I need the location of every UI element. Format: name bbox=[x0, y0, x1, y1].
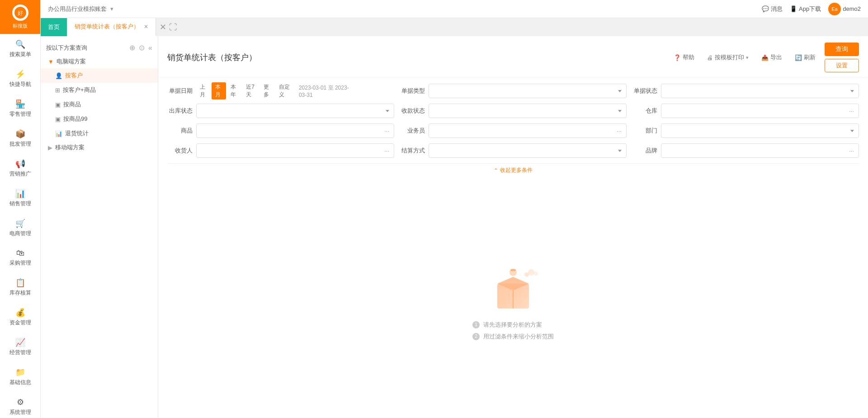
warehouse-dots-icon[interactable]: ··· bbox=[849, 108, 854, 114]
close-window-icon[interactable]: ✕ bbox=[160, 22, 166, 32]
sidebar-icon-9: 💰 bbox=[15, 308, 25, 318]
help-label: 帮助 bbox=[683, 53, 694, 62]
filter-area: 单据日期 上月 本月 本年 近7天 更多 自定义 2023-03-01 至 20… bbox=[158, 77, 868, 183]
scheme-item-customer[interactable]: 👤 按客户 bbox=[41, 68, 158, 83]
sidebar-item-6[interactable]: 🛒电商管理 bbox=[0, 213, 40, 243]
main-area: 办公用品行业模拟账套 ▾ 💬 消息 📱 App下载 Ea demo2 首页 销货… bbox=[41, 0, 868, 418]
scheme-header: 按以下方案查询 ⊕ ⊙ « bbox=[41, 41, 158, 55]
filter-row-4: 收货人 ··· 结算方式 品牌 bbox=[167, 143, 859, 158]
scheme-item-icon-goods: ▣ bbox=[55, 101, 61, 108]
date-tab-this-month[interactable]: 本月 bbox=[212, 82, 226, 100]
help-button[interactable]: ❓ 帮助 bbox=[670, 52, 698, 63]
filter-out-status-control[interactable] bbox=[196, 104, 394, 118]
filter-status-item: 单据状态 bbox=[632, 84, 859, 98]
filter-pay-status-label: 收款状态 bbox=[400, 107, 425, 115]
scheme-item-customer-goods[interactable]: ⊞ 按客户+商品 bbox=[41, 83, 158, 97]
app-download-button[interactable]: 📱 App下载 bbox=[790, 5, 821, 13]
filter-row-2: 出库状态 收款状态 仓库 bbox=[167, 104, 859, 118]
filter-warehouse-item: 仓库 ··· bbox=[632, 104, 859, 118]
scheme-item-customer-label: 按客户 bbox=[65, 71, 83, 80]
salesperson-dots-icon[interactable]: ··· bbox=[617, 128, 622, 134]
scheme-group-mobile: ▶ 移动端方案 bbox=[41, 141, 158, 154]
sidebar-label-6: 电商管理 bbox=[9, 230, 31, 238]
filter-type-control[interactable] bbox=[429, 84, 627, 98]
export-icon: 📤 bbox=[761, 54, 769, 61]
sidebar-item-10[interactable]: 📈经营管理 bbox=[0, 332, 40, 362]
date-tab-this-year[interactable]: 本年 bbox=[227, 82, 241, 100]
export-label: 导出 bbox=[770, 53, 782, 62]
logo-area: 好 标搜版 bbox=[0, 0, 40, 34]
query-button[interactable]: 查询 bbox=[825, 43, 859, 56]
sidebar-item-8[interactable]: 📋库存核算 bbox=[0, 272, 40, 302]
goods-dots-icon[interactable]: ··· bbox=[384, 128, 389, 134]
filter-pay-status-control[interactable] bbox=[429, 104, 627, 118]
filter-date-control[interactable]: 上月 本月 本年 近7天 更多 自定义 2023-03-01 至 2023-03… bbox=[196, 84, 350, 98]
sidebar-item-12[interactable]: ⚙系统管理 bbox=[0, 392, 40, 418]
app-label: App下载 bbox=[799, 5, 821, 13]
date-tab-last-month[interactable]: 上月 bbox=[196, 82, 211, 100]
sidebar-item-5[interactable]: 📊销售管理 bbox=[0, 183, 40, 213]
filter-salesperson-item: 业务员 ··· bbox=[400, 124, 627, 138]
tab-home[interactable]: 首页 bbox=[41, 18, 67, 36]
filter-receiver-control[interactable]: ··· bbox=[196, 143, 394, 158]
filter-brand-control[interactable]: ··· bbox=[661, 143, 859, 158]
filter-status-control[interactable] bbox=[661, 84, 859, 98]
scheme-item-goods[interactable]: ▣ 按商品 bbox=[41, 97, 158, 112]
sidebar-item-7[interactable]: 🛍采购管理 bbox=[0, 243, 40, 272]
filter-date-item: 单据日期 上月 本月 本年 近7天 更多 自定义 2023-03-01 至 20… bbox=[167, 84, 394, 98]
maximize-window-icon[interactable]: ⛶ bbox=[169, 23, 177, 32]
empty-hints: 1 请先选择要分析的方案 2 用过滤条件来缩小分析范围 bbox=[472, 321, 554, 341]
scheme-collapse-icon[interactable]: « bbox=[148, 44, 152, 52]
date-tabs: 上月 本月 本年 近7天 更多 自定义 bbox=[196, 82, 293, 100]
filter-goods-control[interactable]: ··· bbox=[196, 124, 394, 138]
tab-sales-stat[interactable]: 销货单统计表（按客户） ✕ bbox=[67, 18, 156, 36]
export-button[interactable]: 📤 导出 bbox=[758, 52, 786, 63]
sidebar-item-1[interactable]: ⚡快捷导航 bbox=[0, 64, 40, 94]
settings-button[interactable]: 设置 bbox=[825, 59, 859, 72]
sidebar-item-4[interactable]: 📢营销推广 bbox=[0, 153, 40, 183]
filter-settlement-control[interactable] bbox=[429, 143, 627, 158]
print-button[interactable]: 🖨 按模板打印 ▾ bbox=[703, 52, 752, 63]
scheme-group-desktop-label: 电脑端方案 bbox=[57, 57, 86, 66]
sidebar-item-11[interactable]: 📁基础信息 bbox=[0, 362, 40, 392]
filter-goods-item: 商品 ··· bbox=[167, 124, 394, 138]
scheme-item-goods99[interactable]: ▣ 按商品99 bbox=[41, 112, 158, 126]
action-buttons: 查询 设置 bbox=[825, 43, 859, 72]
scheme-group-desktop-title[interactable]: ▼ 电脑端方案 bbox=[41, 55, 158, 68]
scheme-item-icon-goods99: ▣ bbox=[55, 116, 61, 123]
receiver-dots-icon[interactable]: ··· bbox=[384, 147, 389, 154]
avatar: Ea bbox=[828, 3, 841, 15]
sidebar-icon-10: 📈 bbox=[15, 337, 25, 347]
refresh-button[interactable]: 🔄 刷新 bbox=[791, 52, 819, 63]
message-button[interactable]: 💬 消息 bbox=[762, 5, 783, 13]
date-tab-more[interactable]: 更多 bbox=[260, 82, 274, 100]
sidebar-icon-0: 🔍 bbox=[15, 39, 25, 49]
breadcrumb-chevron-icon[interactable]: ▾ bbox=[110, 5, 113, 12]
scheme-group-expand-icon: ▼ bbox=[48, 58, 54, 65]
user-profile-button[interactable]: Ea demo2 bbox=[828, 3, 861, 15]
sidebar-label-5: 销售管理 bbox=[9, 200, 31, 208]
date-tab-7days[interactable]: 近7天 bbox=[242, 82, 259, 100]
dept-arrow-icon bbox=[850, 130, 854, 132]
filter-dept-control[interactable] bbox=[661, 124, 859, 138]
tab-close-icon[interactable]: ✕ bbox=[144, 24, 148, 30]
sidebar-item-0[interactable]: 🔍搜索菜单 bbox=[0, 34, 40, 64]
filter-salesperson-control[interactable]: ··· bbox=[429, 124, 627, 138]
scheme-item-return-stat[interactable]: 📊 退货统计 bbox=[41, 126, 158, 141]
sidebar-item-3[interactable]: 📦批发管理 bbox=[0, 124, 40, 153]
logo-label: 标搜版 bbox=[13, 23, 28, 29]
sidebar-item-2[interactable]: 🏪零售管理 bbox=[0, 94, 40, 124]
brand-dots-icon[interactable]: ··· bbox=[849, 147, 854, 154]
filter-warehouse-control[interactable]: ··· bbox=[661, 104, 859, 118]
collapse-bar[interactable]: ⌃ 收起更多条件 bbox=[167, 163, 859, 177]
date-tab-custom[interactable]: 自定义 bbox=[275, 82, 293, 100]
print-label: 按模板打印 bbox=[715, 53, 744, 62]
scheme-edit-icon[interactable]: ⊙ bbox=[139, 43, 145, 52]
sidebar-label-4: 营销推广 bbox=[9, 170, 31, 178]
sidebar-item-9[interactable]: 💰资金管理 bbox=[0, 302, 40, 332]
scheme-add-icon[interactable]: ⊕ bbox=[129, 43, 135, 52]
scheme-group-mobile-title[interactable]: ▶ 移动端方案 bbox=[41, 141, 158, 154]
print-chevron-icon: ▾ bbox=[746, 55, 749, 61]
filter-pay-status-item: 收款状态 bbox=[400, 104, 627, 118]
scheme-group-desktop: ▼ 电脑端方案 👤 按客户 ⊞ 按客户+商品 ▣ 按商品 ▣ bbox=[41, 55, 158, 141]
